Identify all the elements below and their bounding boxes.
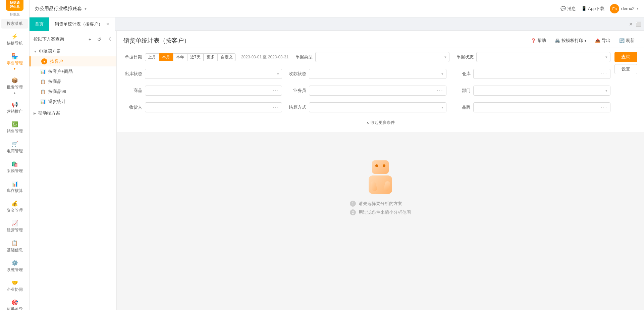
tab-close-icon[interactable]: ✕ [106, 22, 109, 27]
topbar-title: 办公用品行业模拟账套 [35, 6, 82, 12]
last-7days-btn[interactable]: 近7天 [187, 53, 204, 61]
tree-parent-mobile[interactable]: ▶ 移动端方案 [30, 108, 116, 118]
help-label: 帮助 [537, 38, 546, 44]
out-status-input[interactable]: ▾ [145, 69, 282, 79]
template-print-button[interactable]: 🖨️ 按模板打印 ▾ [552, 36, 589, 45]
more-btn[interactable]: 更多 [204, 53, 218, 61]
date-filter-buttons: 上月 本月 本年 近7天 更多 自定义 [145, 53, 236, 61]
order-status-input[interactable]: ▾ [476, 52, 610, 62]
brand-input[interactable]: ··· [473, 102, 610, 112]
last-month-btn[interactable]: 上月 [145, 53, 159, 61]
sidebar-item-basic[interactable]: 📋 基础信息 [0, 237, 29, 256]
wholesale-icon: 📦 [11, 77, 18, 84]
tree-child-by-customer-goods[interactable]: 📊 按客户+商品 [30, 66, 116, 76]
tree-child-by-customer[interactable]: ● 按客户 [30, 56, 116, 66]
sidebar-item-finance[interactable]: 💰 资金管理 [0, 197, 29, 217]
order-type-input[interactable]: ▾ [315, 52, 449, 62]
filter-rows: 单据日期 上月 本月 本年 近7天 更多 自定义 2023-03-01 至 20… [123, 52, 610, 116]
topbar-arrow-icon[interactable]: ▾ [85, 6, 87, 11]
empty-hint-2: 2 用过滤条件来缩小分析范围 [350, 209, 411, 215]
topbar-left: 办公用品行业模拟账套 ▾ [35, 6, 87, 12]
sidebar-item-marketing[interactable]: 📢 营销推广 [0, 98, 29, 118]
sidebar-item-newbie[interactable]: 🎯 新手引导 [0, 296, 29, 310]
sidebar-item-quicknav[interactable]: ⚡ 快捷导航 [0, 30, 29, 50]
help-icon: ❓ [531, 38, 536, 43]
sidebar-item-system-label: 系统管理 [7, 267, 23, 273]
tree-parent-mobile-label: 移动端方案 [38, 110, 60, 116]
filter-area: 单据日期 上月 本月 本年 近7天 更多 自定义 2023-03-01 至 20… [117, 48, 644, 132]
sidebar-item-sales[interactable]: 💹 销售管理 [0, 118, 29, 138]
page: 按以下方案查询 + ↺ 《 ▼ 电脑端方案 ● 按客户 📊 按 [30, 31, 644, 310]
tab-sales-stat[interactable]: 销货单统计表（按客户） ✕ [49, 17, 115, 31]
tree-child-by-goods-99-label: 按商品99 [48, 89, 66, 95]
tab-home[interactable]: 首页 [30, 17, 49, 31]
sidebar-item-retail[interactable]: 🏪 零售管理 ▼ [0, 50, 29, 74]
robot-right-arm [383, 181, 390, 192]
filter-brand: 品牌 ··· [452, 102, 610, 112]
order-type-label: 单据类型 [294, 54, 313, 60]
sidebar-item-system[interactable]: ⚙️ 系统管理 [0, 256, 29, 276]
ecommerce-icon: 🛒 [11, 141, 18, 147]
inventory-icon: 📊 [11, 180, 18, 187]
tree-child-customer-icon: ● [41, 58, 47, 64]
sidebar-item-ecommerce[interactable]: 🛒 电商管理 [0, 138, 29, 157]
collapse-bar[interactable]: ∧ 收起更多条件 [123, 117, 637, 128]
sidebar-item-enterprise[interactable]: 🤝 企业协同 [0, 276, 29, 296]
message-icon: 💬 [560, 6, 566, 11]
payment-status-input[interactable]: ▾ [309, 69, 446, 79]
setting-button[interactable]: 设置 [614, 64, 637, 74]
robot-body [369, 175, 392, 194]
payment-status-arrow: ▾ [441, 72, 443, 76]
this-year-btn[interactable]: 本年 [173, 53, 187, 61]
system-icon: ⚙️ [11, 260, 18, 266]
tree-child-return-stat[interactable]: 📊 退货统计 [30, 97, 116, 107]
close-window-icon[interactable]: ✕ [629, 21, 633, 27]
query-button[interactable]: 查询 [614, 52, 637, 62]
out-status-arrow: ▾ [277, 72, 279, 76]
user-area[interactable]: Ea demo2 ▾ [610, 4, 639, 13]
sidebar-item-newbie-label: 新手引导 [7, 307, 23, 310]
sidebar-item-enterprise-label: 企业协同 [7, 287, 23, 293]
sidebar-item-inventory[interactable]: 📊 库存核算 [0, 177, 29, 197]
enterprise-icon: 🤝 [11, 279, 18, 286]
salesperson-input[interactable]: ··· [309, 86, 446, 96]
filter-row-4: 收货人 ··· 结算方式 ▾ [123, 102, 610, 112]
sidebar-item-wholesale[interactable]: 📦 批发管理 ▲ [0, 74, 29, 98]
tree-child-by-goods-99[interactable]: 📋 按商品99 [30, 87, 116, 97]
custom-btn[interactable]: 自定义 [218, 53, 236, 61]
settle-method-input[interactable]: ▾ [309, 102, 446, 112]
collapse-up-icon: ∧ [366, 120, 369, 125]
help-button[interactable]: ❓ 帮助 [528, 36, 549, 45]
tree-section-desktop: ▼ 电脑端方案 ● 按客户 📊 按客户+商品 📋 按商品 📋 按商品9 [30, 46, 116, 107]
filter-payment-status: 收款状态 ▾ [287, 69, 446, 79]
date-label: 单据日期 [123, 54, 142, 60]
add-scheme-button[interactable]: + [86, 36, 94, 43]
tree-section-mobile: ▶ 移动端方案 [30, 108, 116, 118]
sidebar-item-inventory-label: 库存核算 [7, 188, 23, 194]
refresh-scheme-button[interactable]: ↺ [96, 36, 103, 43]
collapse-panel-button[interactable]: 《 [105, 36, 112, 43]
sidebar-item-operation[interactable]: 📈 经营管理 [0, 217, 29, 237]
refresh-button[interactable]: 🔄 刷新 [616, 36, 637, 45]
app-download-button[interactable]: 📱 App下载 [581, 6, 604, 12]
template-print-icon: 🖨️ [555, 38, 560, 43]
out-status-label: 出库状态 [123, 71, 142, 77]
tree-child-by-goods-label: 按商品 [48, 79, 61, 85]
search-menu[interactable]: 搜索菜单 [1, 19, 28, 29]
tab-home-label: 首页 [35, 21, 44, 27]
export-button[interactable]: 📤 导出 [592, 36, 613, 45]
tree-parent-desktop[interactable]: ▼ 电脑端方案 [30, 46, 116, 56]
goods-input[interactable]: ··· [145, 86, 282, 96]
message-button[interactable]: 💬 消息 [560, 6, 576, 12]
sidebar-item-purchase[interactable]: 🛍️ 采购管理 [0, 157, 29, 177]
marketing-icon: 📢 [11, 101, 18, 108]
maximize-icon[interactable]: ⬜ [636, 21, 641, 27]
tree-child-goods99-icon: 📋 [40, 89, 46, 94]
receiver-input[interactable]: ··· [145, 102, 282, 112]
sidebar-nav: 🏪 零售管理 ▼ 📦 批发管理 ▲ 📢 营销推广 💹 销售管理 🛒 电商管理 🛍… [0, 50, 29, 310]
this-month-btn[interactable]: 本月 [159, 53, 173, 61]
tree-child-by-goods[interactable]: 📋 按商品 [30, 76, 116, 87]
warehouse-input[interactable]: ··· [473, 69, 610, 79]
filter-salesperson: 业务员 ··· [287, 86, 446, 96]
department-input[interactable]: ▾ [473, 86, 610, 96]
